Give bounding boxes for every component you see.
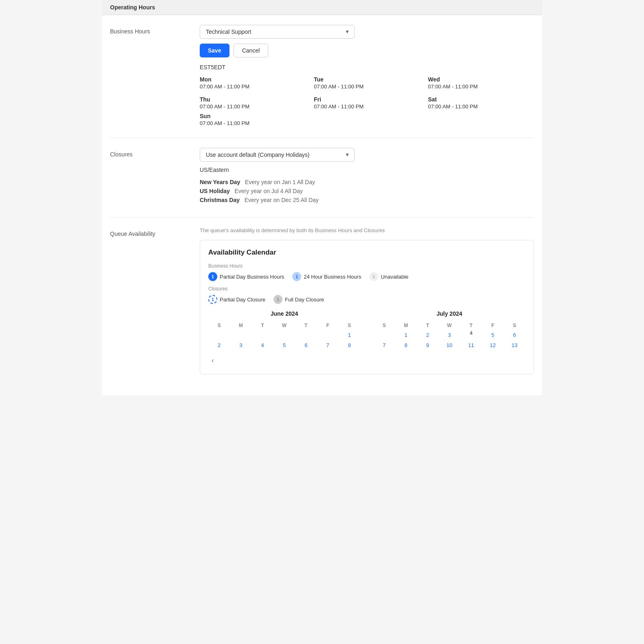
july-cell-7[interactable]: 7 [373,340,395,350]
hours-day-wed: Wed [428,76,534,83]
legend-closures-label: Closures [208,286,525,292]
closures-timezone: US/Eastern [200,167,534,173]
business-hours-label: Business Hours [110,25,200,35]
july-header-s2: S [504,321,525,330]
july-cell-5[interactable]: 5 [482,330,503,340]
section-header: Operating Hours [102,0,542,15]
june-cell-4[interactable]: 4 [252,340,273,350]
july-cell-4[interactable]: 4 [460,330,482,340]
legend-unavailable-label: Unavailable [381,274,408,280]
legend-full-biz: 1 24 Hour Business Hours [292,272,361,281]
section-header-title: Operating Hours [110,4,155,11]
july-cell-1[interactable]: 1 [395,330,417,340]
hours-day-sun: Sun [200,113,534,119]
queue-availability-row: Queue Availability The queue's availabil… [110,227,534,374]
july-cell-empty1 [373,330,395,340]
july-header-s: S [373,321,395,330]
july-header-t: T [417,321,439,330]
june-header-w: W [273,321,295,330]
june-header-s2: S [339,321,360,330]
closure-name-newyears: New Years Day [200,179,240,185]
legend-full-biz-badge: 1 [292,272,301,281]
july-cell-12[interactable]: 12 [482,340,503,350]
closure-desc-newyears: Every year on Jan 1 All Day [242,179,315,185]
july-cell-13[interactable]: 13 [504,340,525,350]
closure-item-newyears: New Years Day Every year on Jan 1 All Da… [200,179,534,185]
closures-row: Closures Use account default (Company Ho… [110,148,534,206]
legend-partial-closure: 1 Partial Day Closure [208,295,265,304]
legend-unavailable-badge: 1 [369,272,378,281]
july-cell-6[interactable]: 6 [504,330,525,340]
june-cell-3[interactable]: 3 [230,340,251,350]
hours-time-sun: 07:00 AM - 11:00 PM [200,120,534,126]
hours-time-wed: 07:00 AM - 11:00 PM [428,84,534,90]
hours-grid: Mon 07:00 AM - 11:00 PM Tue 07:00 AM - 1… [200,76,534,110]
july-calendar: July 2024 S M T W T F S [373,310,525,350]
june-cell-empty3 [252,330,273,340]
hours-item-sun: Sun 07:00 AM - 11:00 PM [200,113,534,126]
closure-item-christmas: Christmas Day Every year on Dec 25 All D… [200,197,534,203]
hours-item-fri: Fri 07:00 AM - 11:00 PM [314,96,420,110]
availability-calendar: Availability Calendar Business Hours 1 P… [200,240,534,374]
hours-time-mon: 07:00 AM - 11:00 PM [200,84,306,90]
save-button[interactable]: Save [200,44,229,57]
hours-item-tue: Tue 07:00 AM - 11:00 PM [314,76,420,90]
legend-business-hours-label: Business Hours [208,263,525,269]
closures-list: New Years Day Every year on Jan 1 All Da… [200,179,534,203]
legend-partial-closure-badge: 1 [208,295,217,304]
hours-day-tue: Tue [314,76,420,83]
calendar-prev-button[interactable]: ‹ [208,355,217,366]
queue-availability-content: The queue's availability is determined b… [200,227,534,374]
legend-unavailable: 1 Unavailable [369,272,408,281]
legend-full-closure: 1 Full Day Closure [273,295,324,304]
june-header-s: S [208,321,230,330]
legend-partial-biz-badge: 1 [208,272,217,281]
june-cell-empty4 [273,330,295,340]
june-cell-empty2 [230,330,251,340]
business-hours-timezone: EST5EDT [200,64,534,70]
legend-partial-biz: 1 Partial Day Business Hours [208,272,284,281]
july-cell-8[interactable]: 8 [395,340,417,350]
closures-select[interactable]: Use account default (Company Holidays) N… [200,148,355,162]
content-area: Business Hours Technical Support Standar… [102,15,542,396]
business-hours-content: Technical Support Standard Business Hour… [200,25,534,126]
legend-closures-row: 1 Partial Day Closure 1 Full Day Closure [208,295,525,304]
june-calendar: June 2024 S M T W T F S [208,310,360,350]
july-cell-10[interactable]: 10 [439,340,460,350]
business-hours-select[interactable]: Technical Support Standard Business Hour… [200,25,355,39]
closures-label: Closures [110,148,200,158]
hours-day-mon: Mon [200,76,306,83]
queue-availability-description: The queue's availability is determined b… [200,227,534,233]
hours-time-sat: 07:00 AM - 11:00 PM [428,103,534,110]
july-cell-9[interactable]: 9 [417,340,439,350]
hours-day-sat: Sat [428,96,534,103]
june-cell-7[interactable]: 7 [317,340,338,350]
july-header-w: W [439,321,460,330]
calendar-title: Availability Calendar [208,248,525,257]
july-header-f: F [482,321,503,330]
july-cell-2[interactable]: 2 [417,330,439,340]
hours-time-tue: 07:00 AM - 11:00 PM [314,84,420,90]
june-cell-6[interactable]: 6 [295,340,317,350]
closure-name-usholiday: US Holiday [200,188,230,194]
queue-availability-label: Queue Availability [110,227,200,237]
hours-item-wed: Wed 07:00 AM - 11:00 PM [428,76,534,90]
june-cell-1[interactable]: 1 [339,330,360,340]
page-wrapper: Operating Hours Business Hours Technical… [102,0,542,396]
closure-desc-christmas: Every year on Dec 25 All Day [241,197,319,203]
june-cell-2[interactable]: 2 [208,340,230,350]
hours-day-fri: Fri [314,96,420,103]
legend-full-closure-label: Full Day Closure [285,297,324,303]
july-cell-3[interactable]: 3 [439,330,460,340]
june-cell-8[interactable]: 8 [339,340,360,350]
legend-partial-closure-label: Partial Day Closure [220,297,265,303]
june-header-m: M [230,321,251,330]
july-cell-11[interactable]: 11 [460,340,482,350]
calendars-wrapper: June 2024 S M T W T F S [208,310,525,350]
legend-business-hours-row: 1 Partial Day Business Hours 1 24 Hour B… [208,272,525,281]
june-cell-5[interactable]: 5 [273,340,295,350]
legend-full-biz-label: 24 Hour Business Hours [304,274,361,280]
cancel-button[interactable]: Cancel [234,44,269,57]
june-grid: S M T W T F S [208,321,360,350]
june-cell-empty5 [295,330,317,340]
